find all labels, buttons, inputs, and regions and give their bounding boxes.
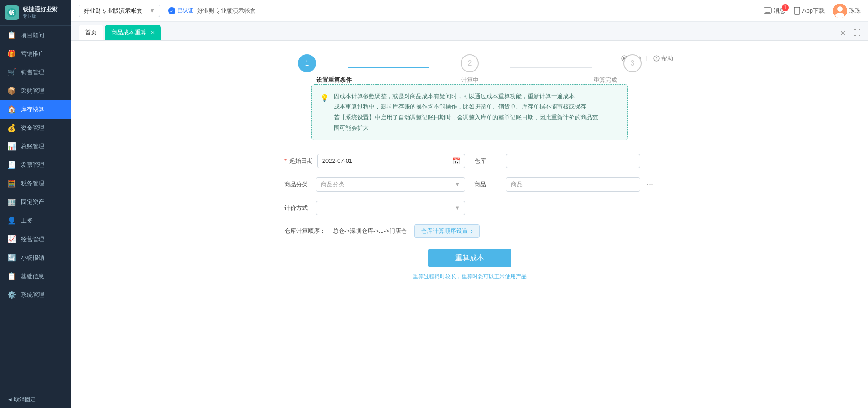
sidebar-item-purchase[interactable]: 📦 采购管理 bbox=[0, 81, 71, 100]
user-menu[interactable]: 珠珠 bbox=[833, 4, 861, 18]
sidebar-item-invoice[interactable]: 🧾 发票管理 bbox=[0, 156, 71, 174]
assets-icon: 🏢 bbox=[7, 198, 16, 206]
app-logo: 畅 bbox=[5, 5, 19, 20]
recalc-hint: 重算过程耗时较长，重算时您可以正常使用产品 bbox=[413, 273, 527, 280]
sidebar-item-label: 采购管理 bbox=[21, 87, 44, 95]
unpin-button[interactable]: ◄ 取消固定 bbox=[0, 391, 71, 408]
marketing-icon: 🎁 bbox=[7, 49, 16, 58]
inventory-icon: 🏠 bbox=[7, 105, 16, 114]
sidebar-item-salary[interactable]: 👤 工资 bbox=[0, 211, 71, 230]
dropdown-icon: ▼ bbox=[149, 7, 155, 14]
accounting-icon: 📊 bbox=[7, 142, 16, 151]
message-badge: 1 bbox=[782, 4, 789, 11]
category-select[interactable]: 商品分类 ▼ bbox=[316, 177, 465, 192]
tabbar: 首页 商品成本重算 × ✕ ⛶ bbox=[71, 22, 868, 41]
svg-point-6 bbox=[797, 13, 797, 14]
verified-account-name: 好业财专业版演示帐套 bbox=[197, 7, 256, 15]
account-selector[interactable]: 好业财专业版演示帐套 ▼ bbox=[79, 5, 160, 17]
sidebar-item-label: 系统管理 bbox=[21, 291, 44, 299]
salary-icon: 👤 bbox=[7, 216, 16, 225]
warehouse-field: 仓库 ··· bbox=[474, 154, 655, 168]
info-text: 因成本计算参数调整，或是对商品成本有疑问时，可以通过成本重算功能，重新计算一遍成… bbox=[334, 91, 598, 133]
warehouse-chevron-icon: › bbox=[471, 227, 473, 235]
warehouse-input[interactable] bbox=[506, 154, 640, 168]
info-line2: 成本重算过程中，影响库存账的操作均不能操作，比如进货单、销货单、库存单据不能审核… bbox=[334, 101, 598, 112]
operation-icon: 📈 bbox=[7, 235, 16, 243]
start-date-input[interactable]: 2022-07-01 📅 bbox=[317, 154, 465, 168]
info-line4: 围可能会扩大 bbox=[334, 123, 598, 133]
tab-cost-recalc[interactable]: 商品成本重算 × bbox=[105, 25, 161, 40]
sidebar-item-label: 总账管理 bbox=[21, 142, 44, 151]
sidebar-item-label: 工资 bbox=[21, 217, 33, 225]
sidebar-header: 畅 畅捷通好业财 专业版 bbox=[0, 0, 71, 26]
avatar bbox=[833, 4, 847, 18]
sidebar-item-accounting[interactable]: 📊 总账管理 bbox=[0, 137, 71, 156]
goods-label: 商品 bbox=[474, 180, 501, 189]
phone-icon bbox=[793, 7, 801, 15]
category-field: 商品分类 商品分类 ▼ bbox=[284, 177, 465, 192]
recalc-button[interactable]: 重算成本 bbox=[428, 249, 511, 267]
maximize-button[interactable]: ⛶ bbox=[852, 28, 863, 38]
sales-icon: 🛒 bbox=[7, 68, 16, 76]
form-area: * 起始日期 2022-07-01 📅 仓库 ··· bbox=[284, 154, 655, 280]
sidebar-item-operation[interactable]: 📈 经营管理 bbox=[0, 230, 71, 248]
unpin-label: ◄ 取消固定 bbox=[7, 396, 36, 403]
sidebar-item-label: 销售管理 bbox=[21, 68, 44, 76]
step-line-1 bbox=[348, 67, 429, 68]
sidebar-item-sales[interactable]: 🛒 销售管理 bbox=[0, 63, 71, 81]
brand-name: 畅捷通好业财 bbox=[23, 6, 58, 13]
sidebar-item-basic[interactable]: 📋 基础信息 bbox=[0, 267, 71, 285]
brand-info: 畅捷通好业财 专业版 bbox=[23, 6, 58, 19]
required-star: * bbox=[284, 157, 287, 164]
goods-input[interactable]: 商品 bbox=[506, 177, 640, 192]
steps-wrapper: 1 2 3 视频 bbox=[266, 54, 673, 84]
tab-active-label: 商品成本重算 bbox=[111, 28, 146, 37]
warehouse-order-settings-button[interactable]: 仓库计算顺序设置 › bbox=[414, 224, 480, 238]
sidebar-item-assets[interactable]: 🏢 固定资产 bbox=[0, 193, 71, 211]
sidebar: 畅 畅捷通好业财 专业版 📋 项目顾问 🎁 营销推广 🛒 销售管理 📦 采购管理… bbox=[0, 0, 71, 408]
finance-icon: 💰 bbox=[7, 123, 16, 132]
sidebar-item-finance[interactable]: 💰 资金管理 bbox=[0, 119, 71, 137]
brand-sub: 专业版 bbox=[23, 13, 58, 19]
pricing-label: 计价方式 bbox=[284, 204, 311, 212]
sidebar-item-label: 基础信息 bbox=[21, 272, 44, 280]
category-placeholder: 商品分类 bbox=[321, 180, 344, 189]
sidebar-item-marketing[interactable]: 🎁 营销推广 bbox=[0, 44, 71, 63]
info-box: 💡 因成本计算参数调整，或是对商品成本有疑问时，可以通过成本重算功能，重新计算一… bbox=[311, 84, 628, 140]
info-line3: 若【系统设置】中启用了自动调整记账日期时，会调整入库单的整单记账日期，因此重新计… bbox=[334, 112, 598, 123]
svg-text:✓: ✓ bbox=[170, 9, 174, 14]
sidebar-item-label: 发票管理 bbox=[21, 161, 44, 169]
sidebar-item-project[interactable]: 📋 项目顾问 bbox=[0, 26, 71, 44]
sidebar-item-expense[interactable]: 🔄 小畅报销 bbox=[0, 248, 71, 267]
messages-button[interactable]: 消息 1 bbox=[764, 7, 785, 15]
svg-point-8 bbox=[837, 6, 843, 12]
sidebar-item-inventory[interactable]: 🏠 库存核算 bbox=[0, 100, 71, 119]
system-icon: ⚙️ bbox=[7, 290, 16, 299]
tab-home[interactable]: 首页 bbox=[79, 25, 103, 40]
pricing-select[interactable]: ▼ bbox=[316, 201, 465, 215]
calendar-icon: 📅 bbox=[453, 157, 460, 165]
sidebar-item-tax[interactable]: 🧮 税务管理 bbox=[0, 174, 71, 193]
topbar-actions: 消息 1 App下载 珠珠 bbox=[764, 4, 861, 18]
step-line-2 bbox=[510, 67, 592, 68]
close-window-button[interactable]: ✕ bbox=[837, 28, 848, 38]
start-date-value: 2022-07-01 bbox=[322, 157, 449, 164]
goods-more-button[interactable]: ··· bbox=[645, 180, 655, 189]
recalc-btn-label: 重算成本 bbox=[455, 254, 484, 261]
warehouse-more-button[interactable]: ··· bbox=[645, 156, 655, 166]
expense-icon: 🔄 bbox=[7, 253, 16, 262]
sidebar-item-label: 经营管理 bbox=[21, 235, 44, 243]
category-dropdown-icon: ▼ bbox=[454, 181, 460, 188]
step-2: 2 bbox=[429, 54, 510, 72]
step-3-label: 重算完成 bbox=[594, 76, 617, 83]
app-download-button[interactable]: App下载 bbox=[793, 7, 825, 15]
sidebar-item-label: 税务管理 bbox=[21, 180, 44, 188]
message-icon bbox=[764, 7, 772, 15]
sidebar-item-system[interactable]: ⚙️ 系统管理 bbox=[0, 285, 71, 304]
sidebar-item-label: 小畅报销 bbox=[21, 254, 44, 262]
tab-close-button[interactable]: × bbox=[151, 29, 155, 36]
help-link[interactable]: ? 帮助 bbox=[653, 54, 673, 62]
help-icon: ? bbox=[653, 55, 660, 62]
invoice-icon: 🧾 bbox=[7, 161, 16, 169]
step-1-circle: 1 bbox=[298, 54, 316, 72]
